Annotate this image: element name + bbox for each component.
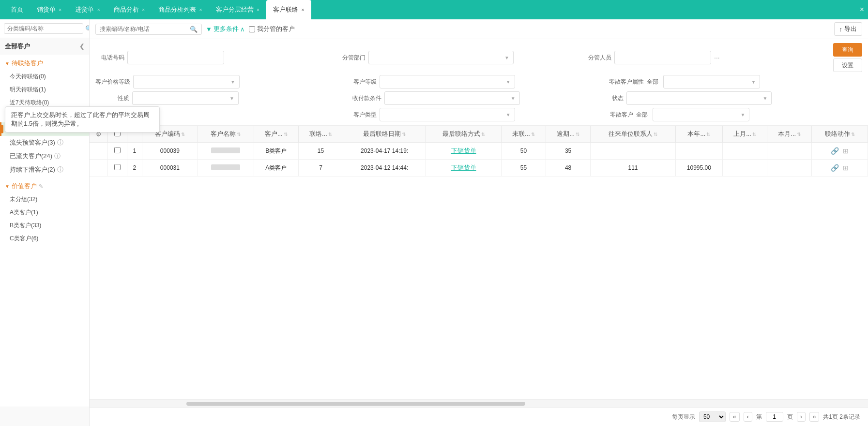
sort-contact[interactable]: 联络...⇅ — [309, 130, 332, 138]
query-button[interactable]: 查询 — [833, 43, 862, 57]
status-select[interactable]: ▼ — [626, 91, 772, 105]
sort-last_contact_method[interactable]: 最后联络方式⇅ — [442, 130, 485, 138]
sidebar-item[interactable]: 明天待联络(1) — [0, 83, 89, 96]
sidebar-collapse-btn[interactable]: ❮ — [79, 43, 84, 50]
filter-cell-scatter-attr: 零散客户属性 全部 ▼ — [609, 75, 862, 88]
cell-checkbox — [108, 143, 127, 160]
page-size-select[interactable]: 50 20 100 — [699, 411, 726, 422]
nav-tab-商品分析列表[interactable]: 商品分析列表× — [152, 0, 209, 19]
customer-type-select[interactable]: ▼ — [380, 108, 515, 121]
sidebar-item[interactable]: A类客户(1) — [0, 206, 89, 219]
sidebar-item[interactable]: 今天待联络(0) — [0, 70, 89, 83]
nature-label: 性质 — [95, 94, 129, 103]
nav-close-btn[interactable]: × — [860, 5, 864, 14]
sort-icon: ⇅ — [654, 132, 657, 137]
contact-method-link[interactable]: 下销货单 — [451, 164, 476, 171]
nav-tab-首页[interactable]: 首页 — [4, 0, 30, 19]
nav-tab-close[interactable]: × — [301, 7, 304, 13]
row-checkbox[interactable] — [114, 164, 121, 170]
sort-last_month[interactable]: 上月...⇅ — [733, 130, 756, 138]
row-checkbox[interactable] — [114, 147, 121, 153]
sidebar-search-icon[interactable]: 🔍 — [85, 25, 90, 32]
sidebar-group-pending[interactable]: ▼待联络客户 — [0, 57, 89, 70]
sort-no_contact[interactable]: 未联...⇅ — [512, 130, 535, 138]
nav-tab-label: 商品分析列表 — [158, 5, 196, 14]
jump-label: 第 — [756, 413, 762, 421]
sidebar-group-item[interactable]: 已流失客户(24) ⓘ — [0, 149, 89, 163]
manager-ellipsis-btn[interactable]: ··· — [714, 54, 720, 61]
action-link-icon[interactable]: 🔗 — [831, 164, 839, 172]
sidebar-item[interactable]: C类客户(6) — [0, 232, 89, 245]
edit-icon[interactable]: ✎ — [39, 183, 43, 190]
cell-type: A类客户 — [254, 160, 298, 176]
action-grid-icon[interactable]: ⊞ — [843, 147, 849, 155]
scatter-select[interactable]: ▼ — [653, 108, 749, 121]
cell-settings — [90, 143, 108, 160]
settings-button[interactable]: 设置 — [833, 59, 862, 72]
contact-method-link[interactable]: 下销货单 — [451, 147, 476, 154]
sidebar-item[interactable]: 未分组(32) — [0, 193, 89, 206]
sort-name[interactable]: 客户名称⇅ — [211, 130, 241, 138]
hscroll-thumb[interactable] — [186, 402, 525, 406]
cell-no_contact: 50 — [501, 143, 546, 160]
sidebar-search-input[interactable] — [4, 23, 83, 34]
nav-tab-close[interactable]: × — [142, 7, 145, 13]
group-label: 价值客户 — [12, 182, 37, 191]
sort-action[interactable]: 联络动作⇅ — [825, 130, 855, 138]
col-header-contact: 联络...⇅ — [298, 126, 343, 143]
sort-this_month[interactable]: 本月...⇅ — [778, 130, 801, 138]
cell-overdue: 35 — [546, 143, 591, 160]
nav-tab-客户分层经营[interactable]: 客户分层经营× — [209, 0, 266, 19]
last-page-btn[interactable]: » — [809, 412, 820, 422]
filter-search-icon[interactable]: 🔍 — [190, 26, 198, 33]
my-customers-checkbox[interactable] — [249, 26, 255, 32]
nav-tab-商品分析[interactable]: 商品分析× — [107, 0, 152, 19]
my-customers-label: 我分管的客户 — [257, 25, 295, 33]
sort-overdue[interactable]: 逾期...⇅ — [557, 130, 579, 138]
nav-tab-销货单[interactable]: 销货单× — [30, 0, 68, 19]
filter-search-input[interactable] — [100, 26, 190, 32]
price-grade-arrow: ▼ — [230, 79, 235, 85]
nav-tab-进货单[interactable]: 进货单× — [68, 0, 107, 19]
sidebar-item[interactable]: B类客户(33) — [0, 219, 89, 232]
payment-select[interactable]: ▼ — [384, 91, 520, 105]
total-records: 共1页 2条记录 — [823, 413, 860, 421]
scatter-attr-select[interactable]: ▼ — [663, 75, 760, 88]
sort-type[interactable]: 客户...⇅ — [265, 130, 288, 138]
sidebar-group-item[interactable]: 流失预警客户(3) ⓘ — [0, 136, 89, 149]
next-page-btn[interactable]: › — [797, 412, 806, 422]
page-input[interactable] — [766, 412, 783, 422]
export-btn[interactable]: ↑ 导出 — [834, 22, 863, 36]
sidebar-group-value-customers[interactable]: ▼价值客户 ✎ — [0, 179, 89, 193]
nav-tab-close[interactable]: × — [199, 7, 202, 13]
col-header-last_contact_method: 最后联络方式⇅ — [426, 126, 502, 143]
table-row: 2000031A类客户72023-04-12 14:44:下销货单5548111… — [90, 160, 868, 176]
manager-input[interactable] — [614, 51, 711, 64]
sort-this_year[interactable]: 本年...⇅ — [687, 130, 710, 138]
sidebar-group-item[interactable]: 持续下滑客户(2) ⓘ — [0, 163, 89, 176]
nav-tab-客户联络[interactable]: 客户联络× — [266, 0, 311, 19]
action-link-icon[interactable]: 🔗 — [831, 147, 839, 155]
nav-tab-close[interactable]: × — [257, 7, 259, 13]
price-grade-select[interactable]: ▼ — [133, 75, 240, 88]
prev-page-btn[interactable]: ‹ — [744, 412, 752, 422]
data-table: ⚙客户编码⇅客户名称⇅客户...⇅联络...⇅最后联络日期⇅最后联络方式⇅未联.… — [90, 126, 868, 176]
nav-tab-close[interactable]: × — [97, 7, 100, 13]
scatter-inline-label: 全部 — [636, 111, 648, 119]
phone-input[interactable] — [127, 51, 224, 64]
nav-tab-close[interactable]: × — [59, 7, 61, 13]
filter-search-box: 🔍 — [95, 24, 202, 35]
sort-last_contact_date[interactable]: 最后联络日期⇅ — [363, 130, 406, 138]
col-header-name: 客户名称⇅ — [198, 126, 254, 143]
cell-contact: 15 — [298, 143, 343, 160]
sort-unit_contacts[interactable]: 往来单位联系人⇅ — [609, 130, 657, 138]
cell-name — [198, 143, 254, 160]
customer-grade-select[interactable]: ▼ — [380, 75, 515, 88]
nature-select[interactable]: ▼ — [132, 91, 239, 105]
action-grid-icon[interactable]: ⊞ — [843, 164, 849, 172]
dept-select[interactable]: ▼ — [368, 51, 514, 64]
first-page-btn[interactable]: « — [730, 412, 740, 422]
more-conditions-btn[interactable]: ▼ 更多条件 ∧ — [206, 25, 245, 33]
scatter-arrow: ▼ — [740, 112, 745, 118]
filter-row-2: 客户价格等级 ▼ 客户等级 ▼ 零散客户属性 全部 — [95, 75, 862, 88]
